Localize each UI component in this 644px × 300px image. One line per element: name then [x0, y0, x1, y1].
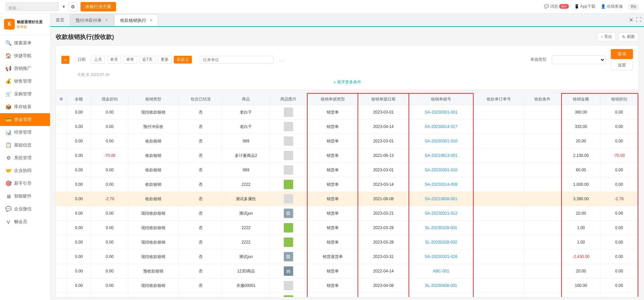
sidebar-label-inventory: 库存核算 — [14, 104, 32, 110]
sidebar-item-marketing[interactable]: 📢 营销推广 — [0, 62, 50, 75]
collapse-arrow-icon[interactable]: » — [61, 56, 69, 64]
tab-prepay-close-icon[interactable]: ✕ — [105, 18, 108, 23]
cell-cash-discount: 0.00 — [91, 278, 128, 293]
dots-icon[interactable]: ... — [279, 57, 285, 62]
col-amount: 核销金额 — [561, 93, 600, 105]
cell-doc-no: SA-20230301-001 — [409, 105, 473, 120]
sidebar-item-guide[interactable]: 🎯 新手引导 — [0, 177, 50, 190]
cell-payment-cond — [524, 148, 561, 163]
table-row: 0.00 0.00 收款核销 否 999 销货单 2023-03-01 SA-2… — [56, 134, 638, 148]
notification-label: 消息 — [550, 4, 558, 9]
sidebar-item-purchase[interactable]: 🛒 采购管理 — [0, 88, 50, 100]
cell-doc-type: 销货单 — [307, 235, 358, 250]
sidebar-item-quicknav[interactable]: 🏠 快捷导航 — [0, 49, 50, 62]
app-download-link[interactable]: 📱 App下载 — [574, 4, 595, 9]
tab-maximize-icon[interactable]: ⛶ — [636, 17, 641, 23]
cell-doc-date: 2023-04-18 — [358, 293, 409, 298]
sidebar-item-wechat[interactable]: 💬 企业微信 — [0, 203, 50, 215]
cell-doc-no: SA-20210813-001 — [409, 148, 473, 163]
partner-input[interactable] — [200, 56, 274, 64]
date-label: 日期 — [77, 57, 86, 62]
cell-order-no — [473, 221, 524, 235]
table-wrapper[interactable]: ⚙ 余额 现金折扣 核销类型 包含已结清 商品 商品图片 核销单据类型 核销单据… — [56, 93, 639, 297]
sidebar-item-hardware[interactable]: 🖥 智能硬件 — [0, 190, 50, 203]
this-year-btn[interactable]: 本年 — [123, 56, 137, 63]
doc-no-link[interactable]: SA-20230321-012 — [425, 211, 457, 216]
sidebar-item-search[interactable]: 🔍 搜索菜单 — [0, 37, 50, 49]
notification-area[interactable]: 💬 消息 99+ — [544, 4, 569, 9]
expand-more-btn[interactable]: ∨ 展开更多条件 — [61, 79, 633, 85]
doc-no-link[interactable]: SA-20230301-001 — [425, 110, 457, 115]
cell-balance: 0.00 — [67, 177, 91, 192]
cell-settings — [56, 278, 67, 293]
cell-settled: 否 — [178, 235, 222, 250]
doc-no-link[interactable]: SL-20230408-001 — [425, 283, 457, 288]
search-icon: 🔍 — [5, 40, 11, 46]
cell-doc-type: 销货单 — [307, 120, 358, 134]
cell-discount: 0.00 — [600, 134, 638, 148]
this-month-btn[interactable]: 本月 — [107, 56, 121, 63]
cell-doc-type: 销货单 — [307, 163, 358, 177]
cell-settled: 否 — [178, 206, 222, 221]
refresh-button[interactable]: ↻ 刷新 — [619, 32, 639, 41]
industry-button[interactable]: 休验行业方案 — [80, 2, 116, 11]
doc-no-link[interactable]: SA-20210813-001 — [425, 153, 457, 158]
more-btn[interactable]: 更多 — [158, 56, 172, 63]
doc-no-link[interactable]: SA-20230301-010 — [425, 139, 457, 143]
tab-prepay[interactable]: 预付冲应付单 ✕ — [70, 14, 114, 26]
sidebar-item-inventory[interactable]: 📦 库存核算 — [0, 100, 50, 113]
tab-collection-close-icon[interactable]: ✕ — [150, 18, 153, 23]
cell-cash-discount: 0.00 — [91, 177, 128, 192]
tab-home[interactable]: 首页 — [50, 14, 70, 26]
settings-button[interactable]: 设置 — [611, 60, 633, 70]
table-row: 0.00 0.00 预付冲应收 否 老白干 销货单 2023-04-14 SA-… — [56, 120, 638, 134]
cell-type: 现结收款核销 — [128, 221, 179, 235]
cell-type: 现结收款核销 — [128, 278, 179, 293]
chevron-expand-icon: ∨ — [333, 80, 336, 84]
export-button[interactable]: ↑ 导出 — [597, 32, 616, 41]
sidebar-item-collab[interactable]: 🤝 企业协同 — [0, 164, 50, 177]
recent7-btn[interactable]: 近7天 — [139, 56, 156, 63]
doc-no-link[interactable]: SA-20230331-026 — [425, 254, 457, 259]
cell-type: 现结收款核销 — [128, 105, 179, 120]
cell-settings — [56, 235, 67, 250]
online-service-link[interactable]: 👤 在线客服 — [601, 4, 623, 9]
main-layout: 6 畅捷通谱好生意 标准版 🔍 搜索菜单 🏠 快捷导航 📢 营销推广 💰 销售管… — [0, 13, 644, 300]
doc-no-link[interactable]: SA-20210808-001 — [425, 197, 457, 201]
doc-no-link[interactable]: SA-20230314-008 — [425, 182, 457, 187]
gear-button[interactable]: ⚙ — [68, 2, 78, 11]
cell-product: 老白干 — [222, 120, 270, 134]
tab-minimize-icon[interactable]: ✕ — [629, 17, 633, 23]
custom-btn[interactable]: 自定义 — [174, 56, 192, 63]
sidebar-label-member: 畅会员 — [14, 219, 27, 225]
cell-discount: 0.00 — [600, 105, 638, 120]
tab-collection[interactable]: 收款核销执行 ✕ — [114, 14, 158, 26]
sidebar-label-collab: 企业协同 — [14, 168, 32, 174]
sidebar-item-sales[interactable]: 💰 销售管理 — [0, 75, 50, 88]
page-content: 收款核销执行(按收款) ↑ 导出 ↻ 刷新 » 日期 — [50, 27, 644, 300]
doc-no-link[interactable]: SL-20230328-001 — [425, 225, 457, 230]
cell-product: 123D商品 — [222, 264, 270, 278]
sidebar-item-member[interactable]: V 畅会员 — [0, 215, 50, 228]
doc-no-link[interactable]: SL-20230328-002 — [425, 240, 457, 245]
voucher-type-select[interactable] — [552, 55, 605, 64]
top-search-input[interactable]: 搜索... — [5, 2, 59, 11]
last-month-btn[interactable]: 上月 — [91, 56, 105, 63]
cell-doc-no: ABC-001 — [409, 264, 473, 278]
sidebar-item-management[interactable]: 📊 经营管理 — [0, 126, 50, 139]
doc-no-link[interactable]: SA-20230301-010 — [425, 168, 457, 172]
tab-collection-label: 收款核销执行 — [120, 17, 146, 24]
doc-no-link[interactable]: SA-20230414-017 — [425, 124, 457, 129]
doc-no-link[interactable]: ABC-001 — [433, 269, 449, 273]
query-button[interactable]: 查询 — [611, 49, 633, 59]
cell-type: 现结收款核销 — [128, 235, 179, 250]
sidebar-item-system[interactable]: ⚙ 系统管理 — [0, 152, 50, 164]
cell-doc-date: 2023-04-14 — [358, 120, 409, 134]
sidebar-item-finance[interactable]: 💳 资金管理 — [0, 113, 50, 126]
cell-discount: 0.00 — [600, 221, 638, 235]
cell-product: 999 — [222, 134, 270, 148]
cell-settings — [56, 134, 67, 148]
sidebar-item-basic-info[interactable]: 📋 基础信息 — [0, 139, 50, 152]
cell-doc-no: SA-20230301-010 — [409, 163, 473, 177]
cell-settled: 否 — [178, 192, 222, 206]
